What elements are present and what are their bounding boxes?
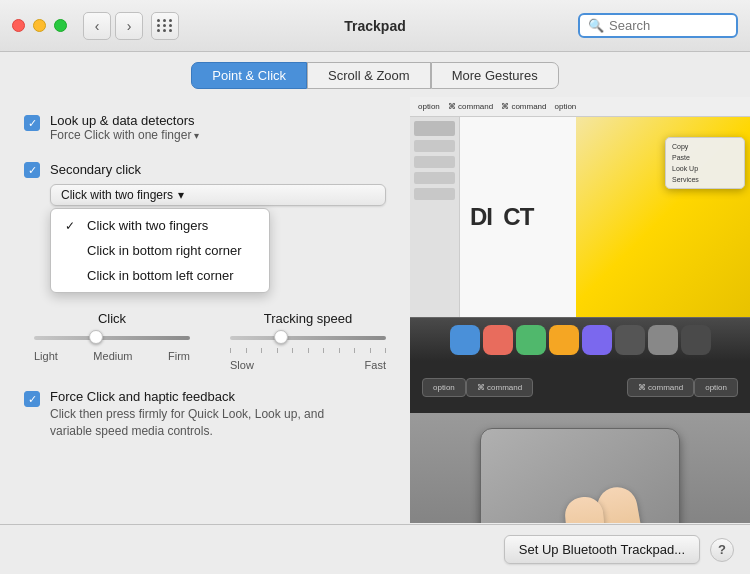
lookup-dropdown-arrow: ▾ <box>194 130 199 141</box>
checkmark-icon-2: ✓ <box>28 165 37 176</box>
left-panel: ✓ Look up & data detectors Force Click w… <box>0 97 410 523</box>
secondary-click-text: Secondary click <box>50 162 141 177</box>
screen-overlay-text: DI CT <box>470 203 533 231</box>
screen-main-sim: DI CT Copy Paste Look Up Services <box>460 117 750 317</box>
window-title: Trackpad <box>344 18 405 34</box>
title-bar: ‹ › Trackpad 🔍 <box>0 0 750 52</box>
click-slider-track[interactable] <box>34 336 190 340</box>
command-key-right: ⌘ command <box>627 378 694 397</box>
grid-view-button[interactable] <box>151 12 179 40</box>
dock-icon-1 <box>450 325 480 355</box>
tracking-speed-slider-group: Tracking speed Slow Fast <box>230 311 386 371</box>
screen-menubar: option ⌘ command ⌘ command option <box>410 97 750 117</box>
preview-screen: option ⌘ command ⌘ command option DI CT <box>410 97 750 317</box>
secondary-click-section: ✓ Secondary click Click with two fingers… <box>24 160 386 293</box>
lookup-label: Look up & data detectors <box>50 113 199 128</box>
tracking-slider-labels: Slow Fast <box>230 359 386 371</box>
bluetooth-setup-button[interactable]: Set Up Bluetooth Trackpad... <box>504 535 700 564</box>
secondary-click-dropdown[interactable]: Click with two fingers ▾ <box>50 184 386 206</box>
menu-item-bottom-right[interactable]: Click in bottom right corner <box>51 238 269 263</box>
secondary-click-dropdown-menu: ✓ Click with two fingers Click in bottom… <box>50 208 270 293</box>
dock-icon-2 <box>483 325 513 355</box>
lookup-sublabel[interactable]: Force Click with one finger ▾ <box>50 128 199 142</box>
checkmark-icon-3: ✓ <box>28 394 37 405</box>
force-click-row: ✓ Force Click and haptic feedback Click … <box>24 389 386 440</box>
tab-more-gestures[interactable]: More Gestures <box>431 62 559 89</box>
bottom-bar: Set Up Bluetooth Trackpad... ? <box>0 524 750 574</box>
main-content: ✓ Look up & data detectors Force Click w… <box>0 97 750 523</box>
dock-sim <box>410 317 750 361</box>
minimize-button[interactable] <box>33 19 46 32</box>
back-button[interactable]: ‹ <box>83 12 111 40</box>
tab-point-click[interactable]: Point & Click <box>191 62 307 89</box>
secondary-click-header: ✓ Secondary click <box>24 160 386 178</box>
sliders-section: Click Light Medium Firm Tracking speed <box>24 311 386 371</box>
click-slider-title: Click <box>98 311 126 326</box>
screen-sidebar-sim <box>410 117 460 317</box>
context-menu-sim: Copy Paste Look Up Services <box>665 137 745 189</box>
force-click-text: Force Click and haptic feedback Click th… <box>50 389 350 440</box>
secondary-dropdown-area: Click with two fingers ▾ <box>50 184 386 206</box>
dock-icon-5 <box>582 325 612 355</box>
tracking-slider-thumb[interactable] <box>274 330 288 344</box>
dock-icon-7 <box>648 325 678 355</box>
menu-item-two-fingers[interactable]: ✓ Click with two fingers <box>51 213 269 238</box>
force-click-description: Click then press firmly for Quick Look, … <box>50 406 350 440</box>
checkmark-icon: ✓ <box>28 118 37 129</box>
search-icon: 🔍 <box>588 18 604 33</box>
tracking-slider-track[interactable] <box>230 336 386 340</box>
trackpad-sim <box>410 413 750 523</box>
click-slider-thumb[interactable] <box>89 330 103 344</box>
tab-scroll-zoom[interactable]: Scroll & Zoom <box>307 62 431 89</box>
tick-marks <box>230 348 386 353</box>
help-button[interactable]: ? <box>710 538 734 562</box>
traffic-lights <box>12 19 67 32</box>
option-key-right: option <box>694 378 738 397</box>
right-panel: option ⌘ command ⌘ command option DI CT <box>410 97 750 523</box>
close-button[interactable] <box>12 19 25 32</box>
command-key-left: ⌘ command <box>466 378 533 397</box>
menu-check-icon: ✓ <box>65 219 79 233</box>
trackpad-surface <box>480 428 680 523</box>
grid-icon <box>157 19 173 32</box>
nav-buttons: ‹ › <box>83 12 143 40</box>
lookup-setting-text: Look up & data detectors Force Click wit… <box>50 113 199 142</box>
secondary-click-label: Secondary click <box>50 162 141 177</box>
force-click-checkbox[interactable]: ✓ <box>24 391 40 407</box>
keyboard-sim: option ⌘ command ⌘ command option <box>410 361 750 413</box>
lookup-checkbox[interactable]: ✓ <box>24 115 40 131</box>
search-input[interactable] <box>609 18 728 33</box>
click-slider-labels: Light Medium Firm <box>34 350 190 362</box>
search-box[interactable]: 🔍 <box>578 13 738 38</box>
force-click-label: Force Click and haptic feedback <box>50 389 350 404</box>
click-slider-group: Click Light Medium Firm <box>34 311 190 371</box>
dock-icon-6 <box>615 325 645 355</box>
menu-item-bottom-left[interactable]: Click in bottom left corner <box>51 263 269 288</box>
maximize-button[interactable] <box>54 19 67 32</box>
dock-icon-3 <box>516 325 546 355</box>
tab-bar: Point & Click Scroll & Zoom More Gesture… <box>0 52 750 97</box>
dock-icon-8 <box>681 325 711 355</box>
screen-content: DI CT Copy Paste Look Up Services <box>410 117 750 317</box>
secondary-click-checkbox[interactable]: ✓ <box>24 162 40 178</box>
dropdown-chevron-icon: ▾ <box>178 188 184 202</box>
lookup-setting-row: ✓ Look up & data detectors Force Click w… <box>24 113 386 142</box>
dock-icon-4 <box>549 325 579 355</box>
forward-button[interactable]: › <box>115 12 143 40</box>
tracking-speed-title: Tracking speed <box>264 311 352 326</box>
option-key-left: option <box>422 378 466 397</box>
